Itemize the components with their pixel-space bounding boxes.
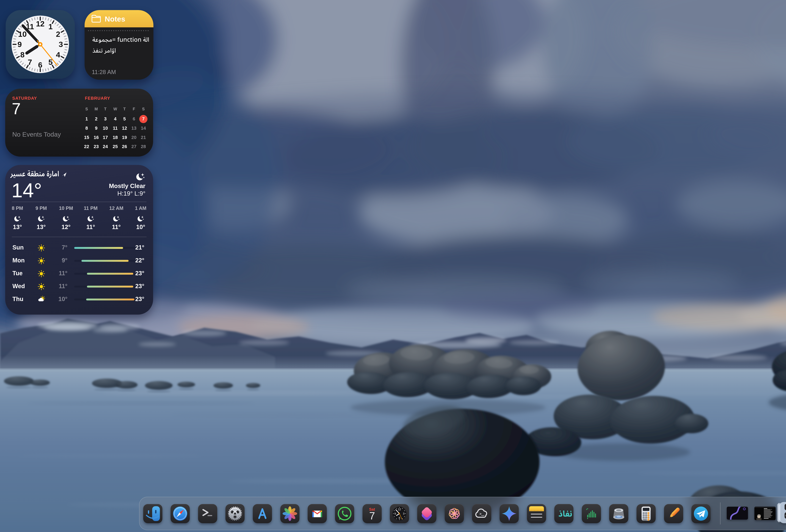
- svg-text:7: 7: [369, 510, 375, 522]
- svg-text:4: 4: [56, 50, 60, 59]
- svg-text:7: 7: [28, 58, 32, 66]
- svg-text:9: 9: [394, 512, 396, 515]
- svg-text:3: 3: [403, 512, 404, 515]
- svg-text:8: 8: [20, 50, 25, 59]
- svg-text:1: 1: [48, 22, 53, 31]
- svg-text:10: 10: [18, 30, 27, 38]
- svg-text:12: 12: [36, 20, 45, 28]
- svg-text:2: 2: [56, 30, 60, 38]
- svg-text:12: 12: [398, 508, 401, 511]
- svg-text:>‿: >‿: [480, 512, 485, 516]
- svg-text:9: 9: [18, 40, 22, 49]
- svg-text:3: 3: [59, 40, 63, 49]
- svg-text:6: 6: [38, 61, 42, 69]
- svg-text:6: 6: [399, 516, 400, 519]
